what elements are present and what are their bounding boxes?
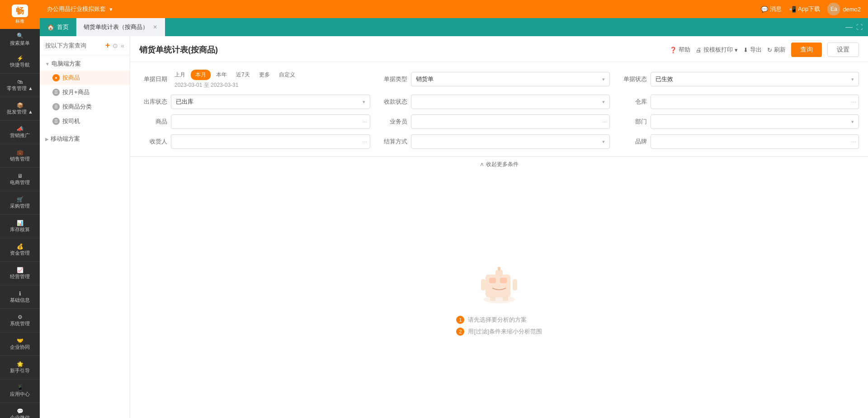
add-scheme-btn[interactable]: + (105, 41, 110, 50)
sidebar-item-purchase[interactable]: 🛒 采购管理 (0, 191, 40, 215)
doc-type-select[interactable]: 销货单 ▾ (411, 72, 610, 86)
empty-illustration (472, 254, 526, 309)
sales-label: 销售管理 (10, 156, 30, 162)
app-icon: 📱 (17, 385, 24, 391)
date-btn-7days[interactable]: 近7天 (232, 69, 254, 81)
product-cell: 商品 ··· (139, 114, 379, 129)
warehouse-dots-icon[interactable]: ··· (851, 99, 856, 105)
date-btn-custom[interactable]: 自定义 (275, 69, 299, 81)
sidebar-item-guide[interactable]: 🌟 新手引导 (0, 356, 40, 380)
left-panel-header: 按以下方案查询 + ⊙ « (40, 36, 130, 55)
brand-cell: 品牌 ··· (619, 134, 859, 149)
desktop-group-header[interactable]: ▼ 电脑端方案 (40, 57, 130, 71)
dept-select[interactable]: ▾ (651, 114, 859, 129)
dept-arrow-icon: ▾ (851, 119, 854, 125)
date-btn-last-month[interactable]: 上月 (171, 69, 189, 81)
product-select[interactable]: ··· (171, 114, 370, 129)
collapse-bar[interactable]: ∧ 收起更多条件 (130, 157, 868, 172)
guide-label: 新手引导 (10, 367, 30, 374)
sidebar-item-ecommerce[interactable]: 🖥 电商管理 (0, 168, 40, 191)
salesperson-dots-icon[interactable]: ··· (602, 119, 607, 125)
query-button[interactable]: 查询 (791, 43, 822, 57)
maximize-icon[interactable]: ⛶ (856, 24, 863, 31)
settings-button[interactable]: 设置 (827, 43, 859, 57)
purchase-label: 采购管理 (10, 203, 30, 209)
salesperson-label: 业务员 (379, 118, 411, 126)
refresh-label: 刷新 (774, 46, 786, 54)
settings-scheme-btn[interactable]: ⊙ (113, 42, 118, 49)
svg-rect-4 (495, 270, 503, 276)
doc-status-select[interactable]: 已生效 ▾ (651, 72, 859, 86)
payment-select[interactable]: ▾ (411, 134, 610, 149)
scheme-by-product[interactable]: ● 按商品 (40, 71, 130, 85)
refresh-btn[interactable]: ↻ 刷新 (767, 46, 786, 54)
sidebar-item-finance[interactable]: 💰 资金管理 (0, 238, 40, 262)
sidebar-item-retail[interactable]: 🛍 零售管理 ▲ (0, 74, 40, 97)
export-label: 导出 (750, 46, 762, 54)
warehouse-select[interactable]: ··· (651, 95, 859, 109)
tab-close-icon[interactable]: ✕ (153, 24, 157, 30)
doc-type-value: 销货单 (416, 75, 434, 83)
minimize-icon[interactable]: — (845, 23, 853, 31)
sidebar-item-basic[interactable]: ℹ 基础信息 (0, 285, 40, 309)
sidebar-item-inventory[interactable]: 📊 库存核算 (0, 215, 40, 238)
tab-sales-stats[interactable]: 销货单统计表（按商品） ✕ (76, 18, 165, 36)
print-btn[interactable]: 🖨 按模板打印 ▾ (696, 46, 738, 54)
brand-select[interactable]: ··· (651, 134, 859, 149)
scheme-by-month-product[interactable]: ☰ 按月+商品 (40, 85, 130, 100)
driver-icon: ☰ (52, 118, 60, 125)
receipt-status-select[interactable]: ▾ (411, 95, 610, 109)
system-label: 系统管理 (10, 320, 30, 327)
inventory-label: 库存核算 (10, 226, 30, 233)
receiver-label: 收货人 (139, 138, 171, 146)
app-download-btn[interactable]: 📲 App下载 (789, 5, 820, 13)
payment-label: 结算方式 (379, 138, 411, 146)
out-status-cell: 出库状态 已出库 ▾ (139, 95, 379, 109)
salesperson-select[interactable]: ··· (411, 114, 610, 129)
sidebar-item-enterprise[interactable]: 🤝 企业协同 (0, 332, 40, 356)
receiver-dots-icon[interactable]: ··· (363, 138, 367, 145)
doc-status-value: 已生效 (656, 75, 673, 83)
nav-label: 快捷导航 (10, 62, 30, 68)
app-logo: 畅 标推 (0, 0, 40, 29)
tab-home[interactable]: 🏠 首页 (40, 18, 76, 36)
scheme-by-driver[interactable]: ☰ 按司机 (40, 114, 130, 128)
scheme-by-category[interactable]: ☰ 按商品分类 (40, 100, 130, 114)
receiver-select[interactable]: ··· (171, 134, 370, 149)
out-status-select[interactable]: 已出库 ▾ (171, 95, 370, 109)
retail-icon: 🛍 (17, 79, 23, 85)
warehouse-label: 仓库 (619, 98, 651, 106)
date-btn-this-month[interactable]: 本月 (191, 70, 211, 80)
sidebar-item-nav[interactable]: ⚡ 快捷导航 (0, 50, 40, 74)
export-btn[interactable]: ⬇ 导出 (743, 46, 762, 54)
search-menu[interactable]: 🔍 搜索菜单 (0, 29, 40, 50)
user-btn[interactable]: Ea demo2 (827, 3, 861, 15)
doc-type-cell: 单据类型 销货单 ▾ (379, 72, 619, 86)
sidebar-item-sales[interactable]: 💼 销售管理 (0, 144, 40, 168)
dept-cell: 部门 ▾ (619, 114, 859, 129)
sidebar-item-wechat[interactable]: 💬 企业微信 (0, 403, 40, 418)
tab-home-label: 首页 (57, 23, 69, 31)
help-btn[interactable]: ❓ 帮助 (670, 46, 690, 54)
sidebar-item-wholesale[interactable]: 📦 批发管理 ▲ (0, 97, 40, 121)
sidebar-item-operation[interactable]: 📈 经营管理 (0, 262, 40, 285)
sidebar-item-system[interactable]: ⚙ 系统管理 (0, 309, 40, 332)
left-panel-actions: + ⊙ « (105, 41, 124, 50)
message-label: 消息 (770, 5, 782, 13)
sidebar-item-app[interactable]: 📱 应用中心 (0, 380, 40, 403)
date-btn-this-year[interactable]: 本年 (212, 69, 231, 81)
payment-arrow-icon: ▾ (602, 139, 605, 145)
brand-dots-icon[interactable]: ··· (851, 138, 856, 145)
date-btn-more[interactable]: 更多 (255, 69, 274, 81)
sales-icon: 💼 (17, 149, 24, 156)
sidebar-item-marketing[interactable]: 📣 营销推广 (0, 121, 40, 144)
product-dots-icon[interactable]: ··· (363, 119, 367, 125)
collapse-panel-btn[interactable]: « (121, 42, 124, 49)
message-btn[interactable]: 💬 消息 (761, 5, 782, 13)
receipt-status-arrow-icon: ▾ (602, 99, 605, 105)
left-panel: 按以下方案查询 + ⊙ « ▼ 电脑端方案 ● 按商品 ☰ (40, 36, 130, 418)
doc-type-label: 单据类型 (379, 75, 411, 83)
dropdown-icon[interactable]: ▾ (109, 6, 113, 13)
mobile-group-header[interactable]: ▶ 移动端方案 (40, 132, 130, 146)
window-controls: — ⛶ (840, 18, 868, 36)
